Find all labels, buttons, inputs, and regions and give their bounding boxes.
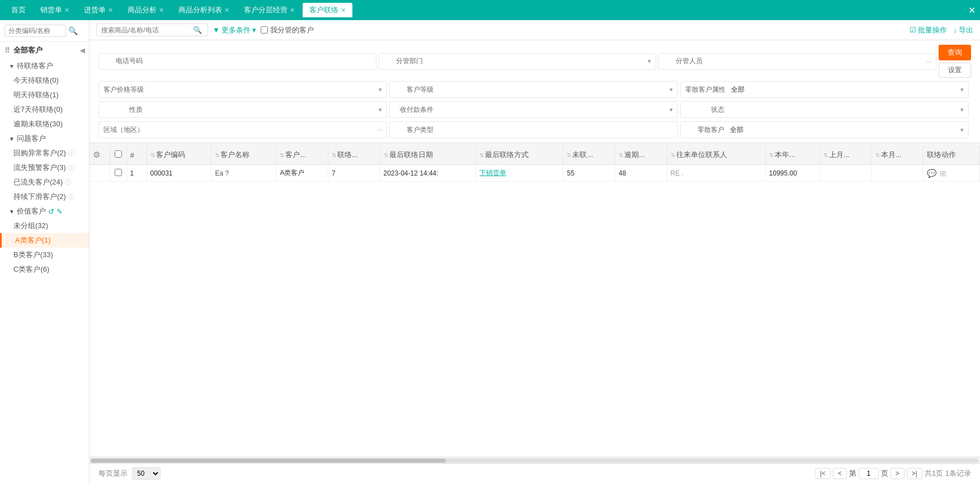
search-icon[interactable]: 🔍 bbox=[193, 26, 202, 34]
sidebar-group-value[interactable]: ▼ 价值客户 ↺ ✎ bbox=[0, 204, 89, 219]
filter-region-dots[interactable]: ··· bbox=[377, 126, 382, 133]
sidebar-item-today[interactable]: 今天待联络(0) bbox=[0, 73, 89, 88]
td-last-method[interactable]: 下销货单 bbox=[476, 165, 563, 182]
sidebar-item-repurchase-abnormal[interactable]: 回购异常客户(2) ⓘ bbox=[0, 146, 89, 160]
th-last-month[interactable]: ⇅ 上月... bbox=[820, 145, 872, 165]
next-page-button[interactable]: > bbox=[891, 468, 904, 479]
content-area: 🔍 ▼ 更多条件 ▾ 我分管的客户 ☑ 批量操作 ↓ 导出 bbox=[89, 20, 980, 483]
settings-button[interactable]: 设置 bbox=[939, 63, 971, 78]
row-checkbox[interactable] bbox=[115, 169, 122, 176]
th-contacts[interactable]: ⇅ 往来单位联系人 bbox=[667, 145, 765, 165]
sidebar-item-declining[interactable]: 持续下滑客户(2) ⓘ bbox=[0, 190, 89, 204]
scrollbar-thumb[interactable] bbox=[91, 458, 446, 463]
export-button[interactable]: ↓ 导出 bbox=[954, 25, 974, 35]
sidebar-item-overdue[interactable]: 逾期未联络(30) bbox=[0, 117, 89, 131]
nav-product-list-close[interactable]: ✕ bbox=[224, 7, 229, 14]
select-all-checkbox[interactable] bbox=[115, 150, 122, 158]
filter-person: 分管人员 ··· bbox=[658, 53, 936, 70]
filter-person-dots[interactable]: ··· bbox=[926, 58, 931, 65]
td-code: 000031 bbox=[147, 165, 211, 182]
td-overdue: 48 bbox=[615, 165, 667, 182]
sidebar-item-ungrouped[interactable]: 未分组(32) bbox=[0, 219, 89, 233]
last-page-button[interactable]: >| bbox=[907, 468, 922, 479]
filter-row-3: 性质 ▾ 收付款条件 ▾ 状态 ▾ bbox=[98, 101, 971, 118]
nav-customer-tier-close[interactable]: ✕ bbox=[290, 7, 295, 14]
first-page-button[interactable]: |< bbox=[815, 468, 831, 479]
sidebar-group-problem[interactable]: ▼ 问题客户 bbox=[0, 131, 89, 146]
sort-icon-this-month: ⇅ bbox=[875, 152, 880, 158]
th-overdue[interactable]: ⇅ 逾期... bbox=[615, 145, 667, 165]
chat-action-icon[interactable]: 💬 bbox=[927, 169, 936, 178]
nav-product-analysis[interactable]: 商品分析 ✕ bbox=[121, 3, 171, 17]
nav-sales-close[interactable]: ✕ bbox=[64, 7, 69, 14]
th-last-contact-date[interactable]: ⇅ 最后联络日期 bbox=[380, 145, 476, 165]
filter-phone-input[interactable] bbox=[146, 58, 371, 65]
query-button[interactable]: 查询 bbox=[939, 45, 971, 60]
nav-customer-tier[interactable]: 客户分层经营 ✕ bbox=[237, 3, 301, 17]
sidebar-all-customers[interactable]: ⠿ 全部客户 ◀ bbox=[0, 42, 89, 59]
filter-nature-arrow: ▾ bbox=[379, 106, 382, 113]
th-name[interactable]: ⇅ 客户名称 bbox=[211, 145, 276, 165]
sort-icon-contact: ⇅ bbox=[332, 152, 336, 158]
sidebar-item-churned[interactable]: 已流失客户(24) ⓘ bbox=[0, 175, 89, 190]
th-contact-count[interactable]: ⇅ 联络... bbox=[328, 145, 380, 165]
sidebar-search-area: 🔍 bbox=[0, 20, 89, 42]
sidebar-item-churn-warning[interactable]: 流失预警客户(3) ⓘ bbox=[0, 160, 89, 175]
sidebar-item-class-c[interactable]: C类客户(6) bbox=[0, 262, 89, 277]
td-last-month bbox=[820, 165, 872, 182]
sort-icon-last-month: ⇅ bbox=[823, 152, 828, 158]
nav-home[interactable]: 首页 bbox=[4, 3, 32, 17]
nav-purchase-close[interactable]: ✕ bbox=[108, 7, 113, 14]
prev-page-button[interactable]: < bbox=[833, 468, 847, 479]
sidebar-item-class-b[interactable]: B类客户(33) bbox=[0, 248, 89, 262]
nav-customer-contact[interactable]: 客户联络 ✕ bbox=[303, 3, 352, 17]
td-no: 1 bbox=[126, 165, 147, 182]
value-refresh-icon[interactable]: ↺ bbox=[48, 207, 54, 216]
td-name: Ea ? bbox=[211, 165, 276, 182]
td-last-date: 2023-04-12 14:44: bbox=[380, 165, 476, 182]
sidebar-search-icon[interactable]: 🔍 bbox=[68, 26, 78, 35]
export-icon: ↓ bbox=[954, 26, 958, 34]
sidebar-search-input[interactable] bbox=[4, 25, 66, 37]
filter-customer-level-arrow: ▾ bbox=[670, 86, 673, 93]
filter-retail-customer-label: 零散客户 bbox=[685, 125, 724, 135]
sidebar-item-class-a[interactable]: A类客户(1) bbox=[0, 233, 89, 248]
collapse-icon: ◀ bbox=[80, 47, 84, 54]
th-this-month[interactable]: ⇅ 本月... bbox=[871, 145, 924, 165]
horizontal-scrollbar[interactable] bbox=[89, 457, 980, 463]
table-settings-icon[interactable]: ⚙ bbox=[93, 150, 100, 159]
page-number-input[interactable] bbox=[859, 468, 879, 479]
sidebar: 🔍 ⠿ 全部客户 ◀ ▼ 待联络客户 今天待联络(0) 明天待联络(1) 近7天… bbox=[0, 20, 89, 483]
nav-product-analysis-close[interactable]: ✕ bbox=[159, 7, 164, 14]
sidebar-group-pending[interactable]: ▼ 待联络客户 bbox=[0, 59, 89, 73]
nav-customer-contact-close[interactable]: ✕ bbox=[341, 7, 346, 14]
sidebar-item-7days[interactable]: 近7天待联络(0) bbox=[0, 102, 89, 117]
pagination: |< < 第 页 > >| 共1页 1条记录 bbox=[815, 468, 971, 479]
info-icon-2: ⓘ bbox=[68, 164, 74, 172]
top-nav: 首页 销货单 ✕ 进货单 ✕ 商品分析 ✕ 商品分析列表 ✕ 客户分层经营 ✕ … bbox=[0, 0, 980, 20]
nav-window-close[interactable]: ✕ bbox=[968, 5, 976, 16]
my-customer-checkbox[interactable]: 我分管的客户 bbox=[261, 25, 314, 35]
value-edit-icon[interactable]: ✎ bbox=[56, 207, 63, 216]
sidebar-item-tomorrow[interactable]: 明天待联络(1) bbox=[0, 88, 89, 102]
qr-action-icon[interactable]: ⊞ bbox=[940, 169, 946, 178]
th-last-contact-method[interactable]: ⇅ 最后联络方式 bbox=[476, 145, 563, 165]
filter-customer-type-label: 客户类型 bbox=[394, 125, 434, 135]
batch-op-button[interactable]: ☑ 批量操作 bbox=[910, 25, 947, 35]
more-filter-button[interactable]: ▼ 更多条件 ▾ bbox=[213, 25, 256, 35]
nav-sales[interactable]: 销货单 ✕ bbox=[34, 3, 76, 17]
nav-product-analysis-list[interactable]: 商品分析列表 ✕ bbox=[172, 3, 236, 17]
th-code[interactable]: ⇅ 客户编码 bbox=[147, 145, 211, 165]
th-no: # bbox=[126, 145, 147, 165]
my-customer-check-input[interactable] bbox=[261, 26, 268, 34]
th-uncontacted[interactable]: ⇅ 未联... bbox=[563, 145, 615, 165]
th-this-year[interactable]: ⇅ 本年... bbox=[765, 145, 820, 165]
table-area: ⚙ # ⇅ 客户编码 bbox=[89, 145, 980, 457]
per-page-select[interactable]: 50 100 200 bbox=[132, 467, 161, 480]
scrollbar-track bbox=[91, 458, 979, 463]
th-level[interactable]: ⇅ 客户... bbox=[276, 145, 328, 165]
nav-purchase[interactable]: 进货单 ✕ bbox=[77, 3, 120, 17]
search-input[interactable] bbox=[101, 26, 191, 34]
td-checkbox[interactable] bbox=[110, 165, 126, 182]
filter-dept-label: 分管部门 bbox=[384, 56, 423, 66]
